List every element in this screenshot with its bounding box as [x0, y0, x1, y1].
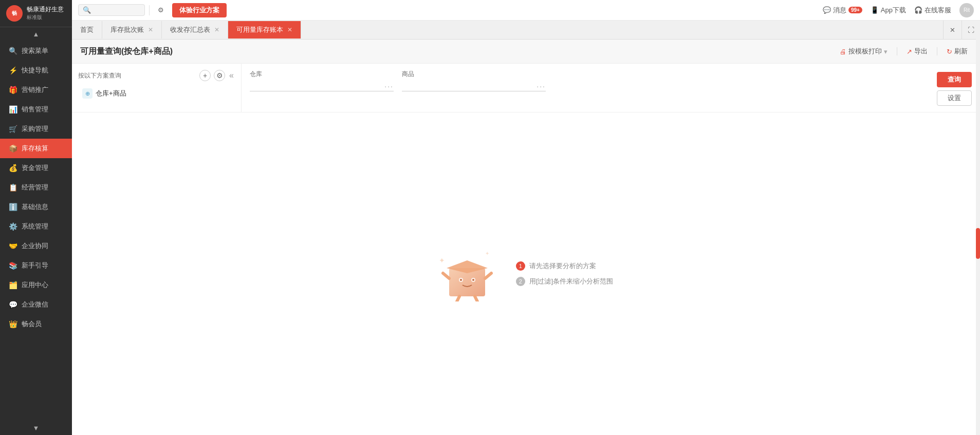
tab-label: 收发存汇总表: [170, 25, 210, 34]
app-download-label: App下载: [881, 6, 906, 15]
message-label: 消息: [833, 6, 846, 15]
message-icon: 💬: [823, 6, 831, 14]
topbar-search-box[interactable]: 🔍: [78, 4, 145, 16]
refresh-icon: ↻: [947, 48, 952, 55]
sidebar-item-wechat[interactable]: 💬企业微信: [0, 295, 72, 314]
empty-tips: 1 请先选择要分析的方案 2 用[过滤]条件来缩小分析范围: [516, 261, 613, 286]
refresh-btn[interactable]: ↻ 刷新: [942, 45, 972, 58]
scheme-item-label: 仓库+商品: [96, 89, 126, 98]
message-btn[interactable]: 💬 消息 99+: [823, 6, 862, 15]
sidebar-item-search[interactable]: 🔍搜索菜单: [0, 41, 72, 61]
header-divider-1: [897, 47, 897, 55]
headset-icon: 🎧: [914, 6, 922, 14]
user-menu[interactable]: Rit: [959, 3, 974, 17]
sidebar-scroll-up[interactable]: ▲: [0, 27, 72, 41]
sidebar-item-label: 企业微信: [22, 300, 48, 309]
svg-point-4: [472, 279, 474, 281]
sidebar-item-sales[interactable]: 📊销售管理: [0, 100, 72, 119]
warehouse-label: 仓库: [250, 70, 394, 79]
empty-illustration: ✦ ✦: [439, 245, 495, 303]
sidebar-item-label: 采购管理: [22, 124, 48, 134]
sidebar-item-operation[interactable]: 📋经营管理: [0, 178, 72, 197]
header-divider-2: [937, 47, 937, 55]
purchase-icon: 🛒: [8, 124, 17, 134]
scheme-item-icon: ⊕: [82, 88, 93, 99]
query-settings-btn[interactable]: 设置: [937, 90, 972, 106]
wechat-icon: 💬: [8, 300, 17, 309]
app-download-btn[interactable]: 📱 App下载: [871, 6, 906, 15]
add-scheme-btn[interactable]: +: [199, 70, 211, 81]
sidebar-nav: 🔍搜索菜单⚡快捷导航🎁营销推广📊销售管理🛒采购管理📦库存核算💰资金管理📋经营管理…: [0, 41, 72, 421]
topbar-right: 💬 消息 99+ 📱 App下载 🎧 在线客服 Rit: [823, 3, 974, 17]
tab-home[interactable]: 首页: [72, 21, 102, 39]
tab-close-icon[interactable]: ✕: [214, 26, 219, 33]
gear-icon[interactable]: ⚙: [154, 3, 168, 17]
query-submit-btn[interactable]: 查询: [937, 72, 972, 87]
query-filter-panel: 仓库 ... 商品 ... 查询 设置: [242, 64, 980, 112]
scheme-gear-icon: ⚙: [216, 71, 223, 80]
print-dropdown-icon[interactable]: ▾: [884, 48, 887, 55]
scheme-item-warehouse-product[interactable]: ⊕ 仓库+商品: [78, 85, 235, 102]
warehouse-more-btn[interactable]: ...: [384, 81, 394, 89]
tab-close-btn[interactable]: ✕: [943, 21, 961, 39]
sidebar-item-inventory[interactable]: 📦库存核算: [0, 139, 72, 158]
sidebar-item-enterprise[interactable]: 🤝企业协同: [0, 236, 72, 256]
query-section-title: 按以下方案查询: [78, 71, 121, 80]
empty-box-svg: ✦ ✦: [439, 245, 495, 301]
product-more-btn[interactable]: ...: [537, 81, 546, 89]
sidebar-item-appcenter[interactable]: 🗂️应用中心: [0, 275, 72, 295]
online-service-btn[interactable]: 🎧 在线客服: [914, 6, 951, 15]
enterprise-icon: 🤝: [8, 241, 17, 251]
sidebar-item-purchase[interactable]: 🛒采购管理: [0, 119, 72, 139]
scheme-settings-btn[interactable]: ⚙: [214, 70, 225, 81]
printer-icon: 🖨: [840, 48, 846, 55]
print-btn[interactable]: 🖨 按模板打印 ▾: [836, 45, 892, 58]
sidebar-item-marketing[interactable]: 🎁营销推广: [0, 80, 72, 100]
sidebar-item-basic[interactable]: ℹ️基础信息: [0, 197, 72, 217]
sidebar-item-label: 搜索菜单: [22, 46, 48, 55]
basic-icon: ℹ️: [8, 202, 17, 212]
sidebar-item-system[interactable]: ⚙️系统管理: [0, 217, 72, 236]
product-input[interactable]: [402, 81, 534, 89]
quick-nav-icon: ⚡: [8, 66, 17, 75]
warehouse-field: 仓库 ...: [250, 70, 394, 91]
tab-available-stock[interactable]: 可用量库存账本✕: [228, 21, 301, 39]
svg-point-3: [460, 279, 462, 281]
online-service-label: 在线客服: [924, 6, 951, 15]
export-btn[interactable]: ↗ 导出: [902, 45, 932, 58]
tab-label: 库存批次账: [110, 25, 144, 34]
collapse-panel-btn[interactable]: «: [228, 70, 235, 81]
sidebar-item-newbie[interactable]: 📚新手引导: [0, 256, 72, 275]
sidebar-item-label: 销售管理: [22, 105, 48, 114]
app-name: 畅康通好生意: [27, 6, 64, 14]
sidebar-item-label: 应用中心: [22, 280, 48, 290]
empty-state: ✦ ✦ 1 请先选择要分析的方案 2 用[过滤]条件来缩小分析范围: [72, 112, 980, 435]
industry-btn[interactable]: 体验行业方案: [172, 3, 227, 17]
app-edition: 标准版: [27, 14, 64, 21]
sidebar-item-quick-nav[interactable]: ⚡快捷导航: [0, 61, 72, 80]
tab-close-icon[interactable]: ✕: [287, 26, 292, 33]
system-icon: ⚙️: [8, 222, 17, 231]
product-field: 商品 ...: [402, 70, 546, 91]
tab-batch-account[interactable]: 库存批次账✕: [102, 21, 162, 39]
tab-label: 可用量库存账本: [236, 25, 283, 34]
topbar-divider: [149, 5, 150, 15]
sidebar-item-member[interactable]: 👑畅会员: [0, 314, 72, 334]
tip-text-1: 请先选择要分析的方案: [529, 261, 596, 271]
search-input[interactable]: [93, 7, 144, 14]
tab-close-icon[interactable]: ✕: [148, 26, 153, 33]
phone-icon: 📱: [871, 6, 879, 14]
right-scrollbar[interactable]: [976, 21, 980, 435]
page-area: 可用量查询(按仓库+商品) 🖨 按模板打印 ▾ ↗ 导出 ↻ 刷新: [72, 40, 980, 435]
sidebar-header: 畅 畅康通好生意 标准版: [0, 0, 72, 27]
query-action-buttons: 查询 设置: [937, 70, 972, 106]
app-title-block: 畅康通好生意 标准版: [27, 6, 64, 21]
sidebar-scroll-down[interactable]: ▼: [0, 421, 72, 435]
tab-stock-summary[interactable]: 收发存汇总表✕: [162, 21, 228, 39]
sidebar-item-finance[interactable]: 💰资金管理: [0, 158, 72, 178]
tabbar: 首页库存批次账✕收发存汇总表✕可用量库存账本✕ ✕ ⛶: [72, 21, 980, 40]
main-area: 🔍 ⚙ 体验行业方案 💬 消息 99+ 📱 App下载 🎧 在线客服 Rit: [72, 0, 980, 435]
tab-label: 首页: [80, 25, 94, 34]
sidebar-item-label: 快捷导航: [22, 66, 48, 75]
warehouse-input[interactable]: [250, 81, 382, 89]
